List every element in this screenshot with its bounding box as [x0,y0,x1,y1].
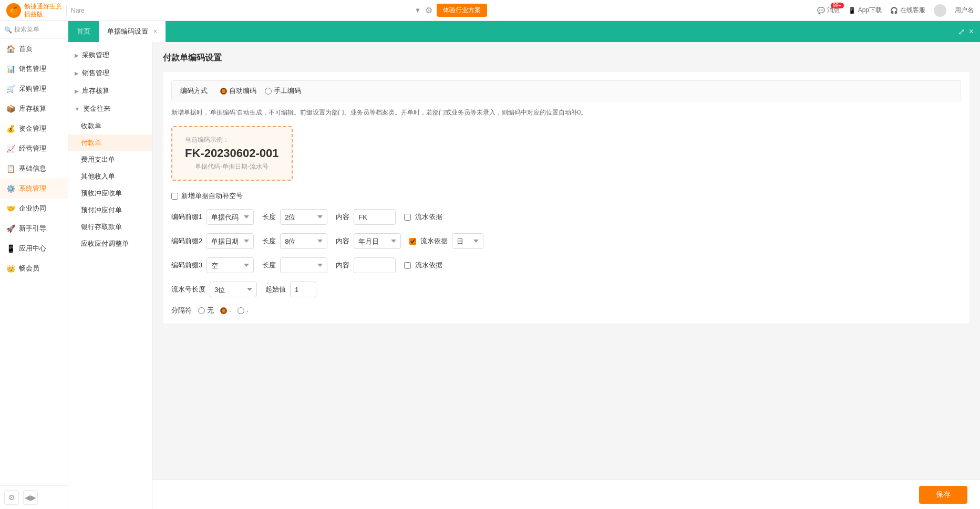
sidebar-settings-button[interactable]: ⚙ [4,490,19,505]
sep-dash-option[interactable]: · [220,307,231,315]
sidebar-item-inventory[interactable]: 📦 库存核算 [0,99,68,119]
sep-dot-radio[interactable] [238,307,244,314]
content3-input[interactable] [354,257,396,273]
serial-len-item: 流水号长度 3位 [171,282,257,297]
sidebar-item-vip[interactable]: 👑 畅会员 [0,258,68,278]
experience-button[interactable]: 体验行业方案 [437,4,487,17]
preview-code: FK-20230602-001 [185,147,279,160]
tab-home[interactable]: 首页 [68,21,99,42]
auto-fill-checkbox[interactable] [171,193,178,200]
left-nav-item-pre-receipt[interactable]: 预收冲应收单 [68,185,152,202]
sidebar-item-purchase[interactable]: 🛒 采购管理 [0,79,68,99]
start-val-input[interactable] [290,282,316,297]
sidebar-item-label: 企业协同 [19,204,46,213]
guide-icon: 🚀 [6,224,15,233]
prefix2-select[interactable]: 单据日期 [207,233,254,249]
len2-select[interactable]: 8位 [280,233,327,249]
left-nav-item-other-income[interactable]: 其他收入单 [68,168,152,185]
sep-dot-option[interactable]: · [238,307,249,315]
config-row-3: 编码前缀3 空 长度 [171,257,961,273]
serial1-label: 流水依据 [415,212,442,222]
serial2-checkbox[interactable] [409,238,416,245]
manual-encode-option[interactable]: 手工编码 [265,86,301,96]
serial2-unit-select[interactable]: 日 [452,233,483,249]
left-nav-funds-group[interactable]: ▼ 资金往来 [68,100,152,118]
sidebar-search[interactable]: 🔍 搜索菜单 [0,21,68,39]
left-nav-item-payment[interactable]: 付款单 [68,134,152,151]
sidebar-item-label: 首页 [19,44,33,54]
sep-none-option[interactable]: 无 [198,306,214,315]
save-button[interactable]: 保存 [919,486,967,504]
serial-len-select[interactable]: 3位 [210,282,257,297]
prefix1-select[interactable]: 单据代码 [207,209,254,225]
sidebar-item-system[interactable]: ⚙️ 系统管理 [0,179,68,199]
left-nav-sales-group[interactable]: ▶ 销售管理 [68,64,152,82]
content1-input[interactable] [354,209,396,225]
left-nav-item-receipt[interactable]: 收款单 [68,118,152,134]
len3-select[interactable] [280,257,327,273]
serial-len-label: 流水号长度 [171,285,205,294]
service-icon: 🎧 [890,7,898,14]
topbar-company: Nare [71,7,85,14]
appcenter-icon: 📱 [6,244,15,253]
avatar[interactable] [934,4,946,17]
left-nav-item-adjust[interactable]: 应收应付调整单 [68,235,152,252]
left-nav-item-bank[interactable]: 银行存取款单 [68,219,152,235]
left-nav-inventory-group[interactable]: ▶ 库存核算 [68,82,152,100]
serial3-checkbox[interactable] [404,262,411,269]
tab-encoding[interactable]: 单据编码设置 × [99,21,166,42]
sidebar-item-management[interactable]: 📈 经营管理 [0,139,68,159]
content3-item: 内容 [336,257,396,273]
settings-icon[interactable]: ⚙ [425,5,432,15]
sidebar-item-label: 经营管理 [19,144,46,153]
prefix3-select[interactable]: 空 [207,257,254,273]
left-nav-item-pre-payment[interactable]: 预付冲应付单 [68,202,152,219]
sep-label: 分隔符 [171,306,192,315]
sidebar-item-finance[interactable]: 💰 资金管理 [0,119,68,139]
serial1-checkbox[interactable] [404,214,411,221]
start-val-item: 起始值 [265,282,316,297]
sidebar-item-sales[interactable]: 📊 销售管理 [0,59,68,79]
system-icon: ⚙️ [6,184,15,193]
sep-dash-radio[interactable] [220,307,227,314]
prefix2-label: 编码前缀2 [171,236,202,246]
left-nav-funds: ▼ 资金往来 收款单 付款单 费用支出单 其他收入单 预收冲应收单 预付冲应付单… [68,100,152,252]
tab-close-all-button[interactable]: × [969,27,974,36]
encoding-mode-row: 编码方式 自动编码 手工编码 [171,80,961,101]
online-service-button[interactable]: 🎧 在线客服 [890,6,925,15]
sidebar-item-basicinfo[interactable]: 📋 基础信息 [0,159,68,179]
message-icon: 💬 [817,7,825,14]
content2-select[interactable]: 年月日 [354,233,401,249]
sidebar-item-newguide[interactable]: 🚀 新手引导 [0,219,68,238]
prefix2-item: 编码前缀2 单据日期 [171,233,254,249]
topbar-right: 💬 消息 99+ 📱 App下载 🎧 在线客服 用户名 [817,4,974,17]
username: 用户名 [955,6,974,15]
auto-encode-option[interactable]: 自动编码 [220,86,256,96]
tab-maximize-button[interactable]: ⤢ [958,27,965,37]
basicinfo-icon: 📋 [6,164,15,173]
sidebar-collapse-button[interactable]: ◀▶ [23,490,38,505]
sep-none-radio[interactable] [198,307,205,314]
left-nav-purchase: ▶ 采购管理 [68,46,152,64]
sidebar-item-appcenter[interactable]: 📱 应用中心 [0,238,68,258]
left-nav-funds-label: 资金往来 [83,104,110,113]
encoding-mode-label: 编码方式 [180,86,208,96]
chevron-down-icon[interactable]: ▼ [414,6,421,14]
auto-fill-row: 新增单据自动补空号 [171,191,961,201]
len1-select[interactable]: 2位 [280,209,327,225]
sidebar-item-label: 新手引导 [19,224,46,233]
auto-encode-radio[interactable] [220,88,227,95]
sidebar-item-enterprise[interactable]: 🤝 企业协同 [0,199,68,219]
auto-encode-label: 自动编码 [229,86,256,96]
prefix3-item: 编码前缀3 空 [171,257,254,273]
preview-box: 当前编码示例： FK-20230602-001 单据代码-单据日期-流水号 [171,126,293,181]
chevron-right-icon: ▶ [75,88,79,94]
app-download-button[interactable]: 📱 App下载 [848,6,882,15]
tab-close-icon[interactable]: × [153,28,157,35]
left-nav-item-expense[interactable]: 费用支出单 [68,151,152,168]
sidebar: 🔍 搜索菜单 🏠 首页 📊 销售管理 🛒 采购管理 📦 库存核算 💰 [0,21,68,509]
manual-encode-radio[interactable] [265,88,272,95]
message-button[interactable]: 💬 消息 99+ [817,6,840,15]
left-nav-purchase-group[interactable]: ▶ 采购管理 [68,46,152,64]
sidebar-item-home[interactable]: 🏠 首页 [0,39,68,59]
